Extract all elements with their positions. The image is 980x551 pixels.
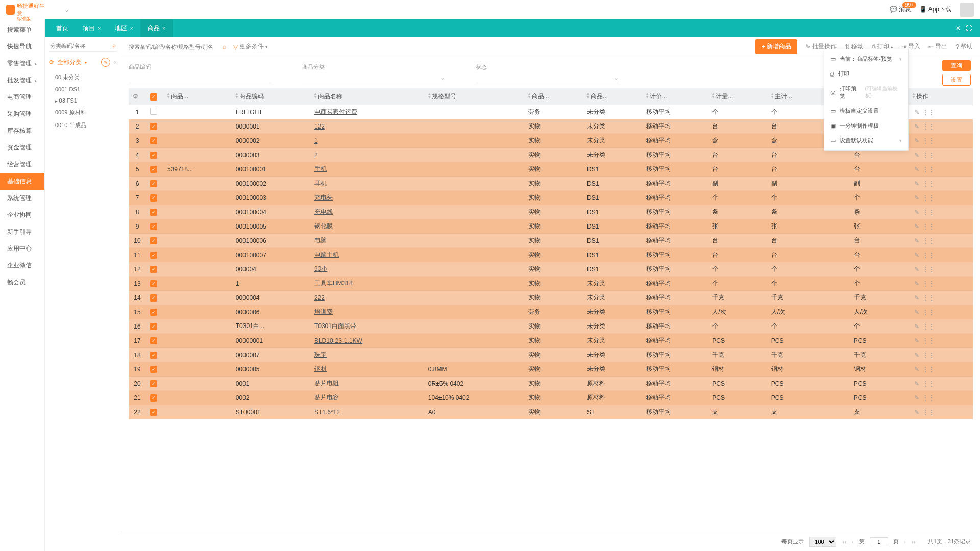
edit-row-icon[interactable]: ✎ <box>914 323 919 330</box>
dd-quick-template[interactable]: ▣一分钟制作模板 <box>824 118 908 133</box>
more-row-icon[interactable]: ⋮⋮ <box>922 152 935 159</box>
sidebar-item[interactable]: 批发管理▸ <box>0 72 44 89</box>
edit-row-icon[interactable]: ✎ <box>914 237 919 244</box>
table-row[interactable]: 17✓00000001BLD10-23-1.1KW实物未分类移动平均PCSPCS… <box>129 334 973 348</box>
table-row[interactable]: 9✓000100005钢化膜实物DS1移动平均张张张✎⋮⋮ <box>129 219 973 234</box>
filter-code-input[interactable] <box>129 72 272 83</box>
sidebar-item[interactable]: 快捷导航 <box>0 38 44 55</box>
column-header[interactable]: ✓ <box>146 88 163 105</box>
first-page-icon[interactable]: ⏮ <box>841 539 847 545</box>
row-checkbox[interactable]: ✓ <box>150 352 157 359</box>
search-icon[interactable]: ⌕ <box>223 43 226 51</box>
sidebar-item[interactable]: 系统管理 <box>0 190 44 207</box>
edit-row-icon[interactable]: ✎ <box>914 137 919 144</box>
avatar[interactable] <box>960 3 974 17</box>
more-row-icon[interactable]: ⋮⋮ <box>922 280 935 287</box>
sidebar-item[interactable]: 企业协同 <box>0 207 44 223</box>
row-checkbox[interactable]: ✓ <box>150 337 157 344</box>
edit-row-icon[interactable]: ✎ <box>914 394 919 402</box>
more-row-icon[interactable]: ⋮⋮ <box>922 366 935 373</box>
more-row-icon[interactable]: ⋮⋮ <box>922 223 935 230</box>
more-row-icon[interactable]: ⋮⋮ <box>922 194 935 202</box>
column-header[interactable]: ▴▾主计... <box>767 88 826 105</box>
row-checkbox[interactable]: ✓ <box>150 137 157 144</box>
product-name-link[interactable]: 工具车HM318 <box>314 280 353 287</box>
tree-item[interactable]: 00 未分类 <box>45 71 121 84</box>
prev-page-icon[interactable]: ‹ <box>852 539 854 545</box>
product-name-link[interactable]: 222 <box>314 294 325 302</box>
tree-item[interactable]: 0010 半成品 <box>45 119 121 132</box>
product-name-link[interactable]: ST1.6*12 <box>314 409 340 416</box>
sidebar-item[interactable]: 经营管理 <box>0 156 44 173</box>
messages-link[interactable]: 💬 消息 99+ <box>890 5 911 14</box>
table-row[interactable]: 15✓0000006培训费劳务未分类移动平均人/次人/次人/次✎⋮⋮ <box>129 305 973 319</box>
more-row-icon[interactable]: ⋮⋮ <box>922 209 935 216</box>
product-name-link[interactable]: 钢化膜 <box>314 222 333 230</box>
sidebar-item[interactable]: 新手引导 <box>0 223 44 240</box>
sidebar-item[interactable]: 基础信息 <box>0 173 44 190</box>
edit-row-icon[interactable]: ✎ <box>914 223 919 230</box>
table-row[interactable]: 8✓000100004充电线实物DS1移动平均条条条✎⋮⋮ <box>129 205 973 219</box>
table-row[interactable]: 14✓0000004222实物未分类移动平均千克千克千克✎⋮⋮ <box>129 291 973 305</box>
tab[interactable]: 首页 <box>49 19 76 37</box>
column-header[interactable]: ▴▾商品... <box>524 88 583 105</box>
column-header[interactable]: ▴▾规格型号 <box>424 88 524 105</box>
table-row[interactable]: 20✓0001贴片电阻0R±5% 0402实物原材料移动平均PCSPCSPCS✎… <box>129 377 973 391</box>
sidebar-item[interactable]: 应用中心 <box>0 240 44 257</box>
close-icon[interactable]: × <box>130 25 133 31</box>
row-checkbox[interactable]: ✓ <box>150 209 157 216</box>
help-link[interactable]: ?帮助 <box>955 42 973 51</box>
row-checkbox[interactable]: ✓ <box>150 223 157 230</box>
edit-row-icon[interactable]: ✎ <box>914 166 919 173</box>
row-checkbox[interactable]: ✓ <box>150 123 157 130</box>
grid-search-input[interactable] <box>129 44 215 50</box>
product-name-link[interactable]: 培训费 <box>314 308 333 315</box>
table-row[interactable]: 6✓000100002耳机实物DS1移动平均副副副✎⋮⋮ <box>129 177 973 191</box>
more-row-icon[interactable]: ⋮⋮ <box>922 237 935 244</box>
edit-row-icon[interactable]: ✎ <box>914 152 919 159</box>
product-name-link[interactable]: 手机 <box>314 165 327 172</box>
tree-all-categories[interactable]: 全部分类 <box>57 58 82 67</box>
row-checkbox[interactable]: ✓ <box>150 366 157 373</box>
search-icon[interactable]: ⌕ <box>112 42 116 49</box>
tab-close-all-icon[interactable]: ✕ <box>955 24 961 32</box>
product-name-link[interactable]: 充电线 <box>314 208 333 215</box>
fullscreen-icon[interactable]: ⛶ <box>966 24 972 32</box>
product-name-link[interactable]: 钢材 <box>314 365 327 372</box>
column-header[interactable]: ⚙ <box>129 88 146 105</box>
product-name-link[interactable]: 1 <box>314 137 318 144</box>
more-row-icon[interactable]: ⋮⋮ <box>922 394 935 402</box>
column-header[interactable]: ▴▾计价... <box>642 88 708 105</box>
more-row-icon[interactable]: ⋮⋮ <box>922 337 935 344</box>
product-name-link[interactable]: 122 <box>314 123 325 130</box>
more-row-icon[interactable]: ⋮⋮ <box>922 123 935 130</box>
more-row-icon[interactable]: ⋮⋮ <box>922 409 935 416</box>
more-row-icon[interactable]: ⋮⋮ <box>922 323 935 330</box>
sidebar-item[interactable]: 采购管理 <box>0 106 44 122</box>
query-button[interactable]: 查询 <box>942 60 971 71</box>
gear-icon[interactable]: ⚙ <box>133 93 138 100</box>
row-checkbox[interactable]: ✓ <box>150 166 157 173</box>
edit-row-icon[interactable]: ✎ <box>914 180 919 187</box>
product-name-link[interactable]: 90小 <box>314 265 327 272</box>
more-row-icon[interactable]: ⋮⋮ <box>922 380 935 387</box>
play-icon[interactable]: ▸ <box>85 60 87 65</box>
filter-category-select[interactable]: ⌄ <box>302 72 445 83</box>
row-checkbox[interactable]: ✓ <box>150 180 157 187</box>
column-header[interactable]: ▴▾计量... <box>708 88 767 105</box>
more-row-icon[interactable]: ⋮⋮ <box>922 294 935 302</box>
table-row[interactable]: 5✓539718...000100001手机实物DS1移动平均台台台✎⋮⋮ <box>129 162 973 177</box>
last-page-icon[interactable]: ⏭ <box>911 539 917 545</box>
sidebar-item[interactable]: 企业微信 <box>0 257 44 274</box>
edit-row-icon[interactable]: ✎ <box>914 337 919 344</box>
row-checkbox[interactable]: ✓ <box>150 323 157 330</box>
table-row[interactable]: 7✓000100003充电头实物DS1移动平均个个个✎⋮⋮ <box>129 191 973 205</box>
edit-row-icon[interactable]: ✎ <box>914 280 919 287</box>
tree-search-input[interactable] <box>49 41 117 52</box>
product-name-link[interactable]: 电商买家付运费 <box>314 108 357 115</box>
table-row[interactable]: 19✓0000005钢材0.8MM实物未分类移动平均钢材钢材钢材✎⋮⋮ <box>129 362 973 377</box>
edit-row-icon[interactable]: ✎ <box>914 266 919 273</box>
row-checkbox[interactable]: ✓ <box>150 394 157 402</box>
edit-row-icon[interactable]: ✎ <box>914 309 919 316</box>
more-row-icon[interactable]: ⋮⋮ <box>922 137 935 144</box>
